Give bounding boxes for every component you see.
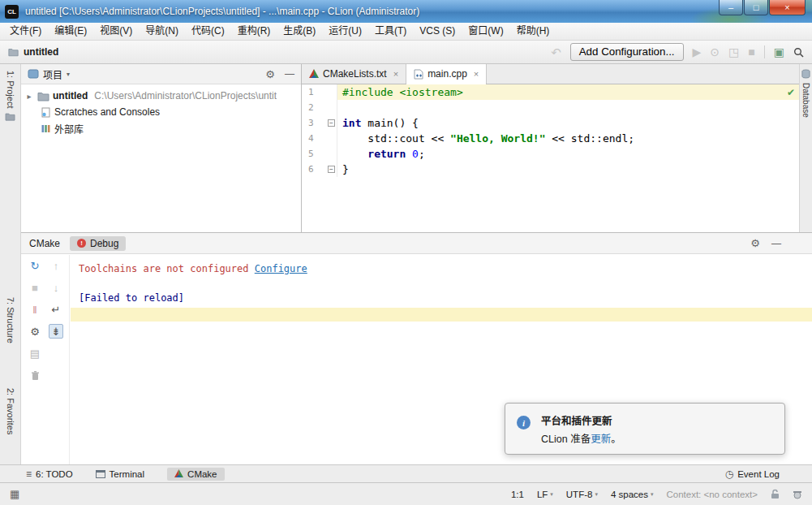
menu-item-refactor[interactable]: 重构(R) bbox=[231, 23, 277, 40]
code-text[interactable]: int main() { bbox=[337, 115, 799, 131]
up-arrow-icon[interactable]: ↑ bbox=[49, 258, 63, 273]
hide-panel-icon[interactable]: — bbox=[771, 238, 781, 249]
gutter-fold-area[interactable] bbox=[326, 84, 337, 100]
gutter-fold-area[interactable]: − bbox=[326, 162, 337, 177]
indent-widget[interactable]: 4 spaces▾ bbox=[611, 490, 654, 499]
menu-item-window[interactable]: 窗口(W) bbox=[462, 23, 509, 40]
minimize-button[interactable]: – bbox=[719, 0, 743, 15]
editor-tab-cmakelists[interactable]: CMakeLists.txt × bbox=[302, 64, 406, 84]
tab-close-icon[interactable]: × bbox=[474, 69, 479, 79]
scroll-to-end-icon[interactable]: ⇟ bbox=[49, 324, 63, 339]
line-ending-widget[interactable]: LF▾ bbox=[537, 490, 553, 499]
tree-item-external-libraries[interactable]: 外部库 bbox=[37, 120, 301, 136]
tool-button-event-log[interactable]: ◷ Event Log bbox=[725, 469, 812, 479]
chevron-down-icon[interactable]: ▾ bbox=[67, 71, 70, 78]
tool-button-cmake[interactable]: CMake bbox=[167, 468, 224, 481]
menu-item-run[interactable]: 运行(U) bbox=[322, 23, 368, 40]
gutter-fold-area[interactable] bbox=[326, 100, 337, 115]
soft-wrap-icon[interactable]: ↵ bbox=[49, 302, 63, 317]
debug-icon[interactable]: ⊙ bbox=[710, 46, 720, 58]
line-number[interactable]: 4 bbox=[302, 131, 326, 146]
cmake-tab-debug[interactable]: ! Debug bbox=[70, 236, 126, 251]
gear-icon[interactable]: ⚙ bbox=[265, 68, 275, 80]
code-text[interactable] bbox=[337, 100, 799, 115]
menu-item-code[interactable]: 代码(C) bbox=[185, 23, 231, 40]
code-text[interactable]: std::cout << "Hello, World!" << std::end… bbox=[337, 131, 799, 146]
console-status-line: [Failed to reload] bbox=[71, 291, 812, 305]
context-label: Context: <no context> bbox=[666, 490, 758, 499]
line-number[interactable]: 6 bbox=[302, 162, 326, 177]
menu-item-edit[interactable]: 编辑(E) bbox=[48, 23, 93, 40]
run-icon[interactable]: ▶ bbox=[693, 46, 702, 58]
code-editor[interactable]: 1 #include <iostream> 2 3 − int main() {… bbox=[302, 84, 799, 232]
clear-all-icon[interactable] bbox=[28, 368, 42, 382]
lock-icon[interactable] bbox=[771, 489, 780, 499]
settings-gear-icon[interactable]: ⚙ bbox=[28, 324, 42, 339]
cmake-tool-window-header: CMake ! Debug ⚙ — bbox=[21, 233, 812, 254]
close-button[interactable]: × bbox=[769, 0, 806, 15]
fold-marker-icon[interactable]: − bbox=[328, 166, 335, 173]
update-link[interactable]: 更新 bbox=[591, 434, 611, 445]
tool-button-structure[interactable]: 7: Structure bbox=[0, 297, 20, 343]
code-text[interactable]: #include <iostream> bbox=[337, 84, 799, 100]
undo-icon[interactable]: ↶ bbox=[551, 46, 561, 58]
code-text[interactable]: } bbox=[337, 162, 799, 177]
failed-reload-text: [Failed to reload] bbox=[79, 292, 184, 304]
expand-arrow-icon[interactable]: ▸ bbox=[24, 92, 34, 101]
search-everywhere-icon[interactable] bbox=[793, 47, 804, 58]
line-number[interactable]: 3 bbox=[302, 115, 326, 131]
print-icon[interactable]: ▤ bbox=[28, 346, 42, 360]
project-view-title[interactable]: 项目 bbox=[43, 67, 62, 81]
menu-item-view[interactable]: 视图(V) bbox=[93, 23, 139, 40]
down-arrow-icon[interactable]: ↓ bbox=[49, 280, 63, 295]
line-number[interactable]: 5 bbox=[302, 146, 326, 162]
editor-tab-maincpp[interactable]: main.cpp × bbox=[406, 64, 487, 84]
menu-item-help[interactable]: 帮助(H) bbox=[510, 23, 556, 40]
gear-icon[interactable]: ⚙ bbox=[750, 237, 760, 249]
maximize-icon: □ bbox=[754, 3, 759, 12]
code-line: 3 − int main() { bbox=[302, 115, 799, 131]
coverage-icon[interactable]: ◳ bbox=[728, 46, 739, 58]
menu-item-navigate[interactable]: 导航(N) bbox=[139, 23, 185, 40]
project-breadcrumb: untitled bbox=[8, 46, 58, 58]
stop-icon[interactable]: ■ bbox=[748, 46, 754, 58]
toolwindow-layout-icon[interactable]: ▣ bbox=[774, 46, 784, 58]
configure-link[interactable]: Configure bbox=[255, 263, 307, 274]
tree-item-scratches[interactable]: Scratches and Consoles bbox=[37, 104, 301, 120]
cmake-toolbar: ↻ ↑ ■ ↓ ‖ ↵ ⚙ ⇟ ▤ bbox=[21, 255, 70, 464]
toggle-toolwindows-icon[interactable]: ▦ bbox=[10, 489, 19, 499]
maximize-button[interactable]: □ bbox=[744, 0, 768, 15]
reload-cmake-icon[interactable]: ↻ bbox=[28, 258, 42, 273]
inspection-ok-icon[interactable]: ✔ bbox=[787, 87, 795, 98]
tree-item-path: C:\Users\Administrator\CLionProjects\unt… bbox=[94, 90, 277, 101]
tool-button-terminal[interactable]: Terminal bbox=[96, 469, 144, 479]
menu-item-build[interactable]: 生成(B) bbox=[277, 23, 322, 40]
tab-close-icon[interactable]: × bbox=[393, 69, 398, 79]
tool-button-favorites[interactable]: 2: Favorites bbox=[0, 388, 20, 434]
tree-item-project-root[interactable]: ▸ untitled C:\Users\Administrator\CLionP… bbox=[21, 88, 301, 104]
tool-button-todo[interactable]: ≡ 6: TODO bbox=[26, 469, 73, 479]
code-text[interactable]: return 0; bbox=[337, 146, 799, 162]
stop-icon[interactable]: ■ bbox=[28, 280, 42, 295]
pause-output-icon[interactable]: ‖ bbox=[28, 302, 42, 317]
add-configuration-button[interactable]: Add Configuration... bbox=[570, 43, 684, 61]
gutter-fold-area[interactable] bbox=[326, 131, 337, 146]
gutter-fold-area[interactable]: − bbox=[326, 115, 337, 131]
cmake-panel-title[interactable]: CMake bbox=[29, 238, 60, 249]
menu-item-file[interactable]: 文件(F) bbox=[3, 23, 48, 40]
menu-item-vcs[interactable]: VCS (S) bbox=[413, 23, 462, 40]
hide-panel-icon[interactable]: — bbox=[285, 68, 294, 80]
tool-button-project[interactable]: 1: Project bbox=[0, 71, 20, 121]
gutter-fold-area[interactable] bbox=[326, 146, 337, 162]
menu-item-tools[interactable]: 工具(T) bbox=[368, 23, 413, 40]
hector-inspections-icon[interactable] bbox=[793, 490, 802, 499]
update-notification-balloon[interactable]: i 平台和插件更新 CLion 准备更新。 bbox=[505, 403, 785, 455]
fold-marker-icon[interactable]: − bbox=[328, 119, 335, 127]
encoding-widget[interactable]: UTF-8▾ bbox=[566, 490, 598, 499]
indent-label: 4 spaces bbox=[611, 490, 648, 499]
caret-position-widget[interactable]: 1:1 bbox=[511, 490, 524, 499]
close-icon: × bbox=[784, 3, 789, 12]
line-number[interactable]: 1 bbox=[302, 84, 326, 100]
tool-button-database[interactable]: Database bbox=[800, 69, 812, 118]
line-number[interactable]: 2 bbox=[302, 100, 326, 115]
